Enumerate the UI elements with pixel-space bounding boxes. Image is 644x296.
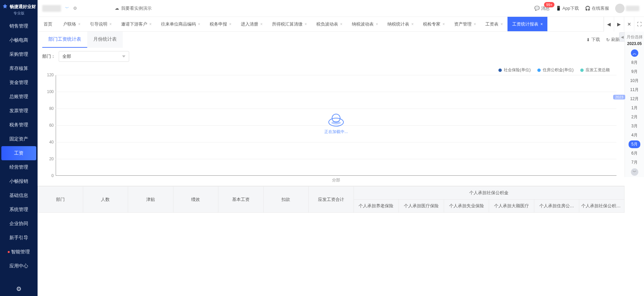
month-item[interactable]: 5月 [629, 140, 640, 148]
sidebar-item[interactable]: 应用中心 [0, 259, 38, 273]
legend-item[interactable]: 应发工资总额 [580, 67, 610, 73]
y-tick-label: 100 [42, 89, 54, 94]
sidebar-item[interactable]: 发票管理 [0, 104, 38, 118]
close-icon[interactable]: × [109, 22, 112, 27]
legend-item[interactable]: 住房公积金(单位) [537, 67, 574, 73]
close-icon[interactable]: × [376, 22, 378, 27]
close-icon[interactable]: × [149, 22, 152, 27]
tab[interactable]: 税检专家× [418, 17, 449, 31]
month-item[interactable]: 1月 [629, 104, 640, 112]
close-icon[interactable]: × [411, 22, 414, 27]
chevron-down-icon: ﹀ [65, 5, 69, 11]
sidebar-item[interactable]: 采购管理 [0, 47, 38, 61]
app-download-button[interactable]: 📱 App下载 [556, 5, 579, 11]
refresh-button[interactable]: ↻ 刷新 [606, 37, 620, 43]
date-scroll-down[interactable]: ︾ [631, 168, 638, 176]
user-menu[interactable] [615, 4, 639, 13]
month-item[interactable]: 3月 [629, 122, 640, 130]
tabs-close-all[interactable]: ✕ [624, 17, 634, 32]
table-subheader: 个人承担医疗保险 [399, 200, 444, 213]
notification-dot-icon [8, 251, 10, 253]
sidebar-item[interactable]: 库存核算 [0, 61, 38, 76]
close-icon[interactable]: × [474, 22, 476, 27]
date-scroll-up[interactable]: ︽ [631, 49, 638, 57]
cloud-icon: ☁ [115, 6, 119, 11]
tab-label: 进入清册 [241, 21, 258, 27]
sidebar-item[interactable]: 销售管理 [0, 19, 38, 33]
month-item[interactable]: 8月 [629, 59, 640, 67]
demo-link[interactable]: ☁ 我要看实例演示 [115, 5, 152, 11]
sidebar-item-label: 工资 [14, 150, 23, 156]
year-badge: 2023 [613, 95, 625, 99]
month-item[interactable]: 10月 [628, 77, 641, 85]
sidebar-item[interactable]: 经营管理 [0, 160, 38, 174]
message-icon: 💬 [534, 6, 540, 11]
tab[interactable]: 工资统计报表× [507, 17, 547, 31]
sidebar-item[interactable]: 基础信息 [0, 188, 38, 203]
sidebar-item[interactable]: 企业协同 [0, 217, 38, 231]
sidebar-item[interactable]: 资金管理 [0, 76, 38, 90]
month-item[interactable]: 7月 [629, 159, 640, 166]
dept-select[interactable]: 全部 [59, 51, 129, 62]
tabs-row: 首页户联络×引导说明×邀请下游客户×往来单位商品编码×税务申报×进入清册×所得税… [38, 17, 644, 32]
month-item[interactable]: 2月 [629, 113, 640, 121]
sidebar-item[interactable]: 小畅电商 [0, 33, 38, 47]
month-item[interactable]: 9月 [629, 68, 640, 76]
tab[interactable]: 进入清册× [236, 17, 267, 31]
tab[interactable]: 税务申报× [205, 17, 236, 31]
close-icon[interactable]: × [540, 22, 543, 27]
sidebar-settings[interactable]: ⚙ [0, 282, 38, 296]
tab[interactable]: 纳税统计表× [383, 17, 418, 31]
tab[interactable]: 邀请下游客户× [116, 17, 156, 31]
sidebar-item-label: 新手引导 [9, 235, 28, 240]
tab[interactable]: 税负波动表× [312, 17, 347, 31]
sidebar-item-label: 小畅报销 [9, 178, 28, 184]
close-icon[interactable]: × [78, 22, 80, 27]
date-panel-collapse[interactable]: ◀ [619, 32, 625, 42]
date-panel: 月份选择 2023.05 ︽ 8月9月10月11月12月1月2月3月4月5月6月… [625, 32, 644, 177]
month-item[interactable]: 12月 [628, 95, 641, 103]
loading-text: 正在加载中... [324, 129, 348, 135]
subtab[interactable]: 月份统计表 [87, 32, 123, 48]
org-selector[interactable]: ﹀ ⚙ [42, 5, 109, 12]
y-tick-label: 60 [42, 123, 54, 128]
download-label: 下载 [591, 37, 600, 43]
online-service-button[interactable]: 🎧 在线客服 [585, 5, 609, 11]
tab[interactable]: 工资表× [481, 17, 507, 31]
close-icon[interactable]: × [260, 22, 263, 27]
org-settings-icon[interactable]: ⚙ [73, 6, 77, 11]
sidebar-item[interactable]: 总账管理 [0, 90, 38, 104]
tab[interactable]: 户联络× [58, 17, 85, 31]
download-button[interactable]: ⬇ 下载 [586, 37, 600, 43]
fullscreen-button[interactable]: ⛶ [634, 17, 644, 32]
sidebar-item[interactable]: 系统管理 [0, 203, 38, 217]
subtab[interactable]: 部门工资统计表 [42, 32, 87, 48]
tab[interactable]: 引导说明× [85, 17, 116, 31]
tab[interactable]: 首页 [38, 17, 58, 31]
tab[interactable]: 所得税汇算清缴× [267, 17, 312, 31]
close-icon[interactable]: × [198, 22, 200, 27]
sidebar-item[interactable]: 固定资产 [0, 132, 38, 146]
sidebar-item[interactable]: 小畅报销 [0, 174, 38, 188]
tab[interactable]: 纳税波动表× [347, 17, 383, 31]
sidebar-item[interactable]: 智能管理 [0, 245, 38, 259]
sidebar-item[interactable]: 工资 [1, 146, 36, 160]
tabs-scroll-right[interactable]: ▶ [614, 17, 624, 32]
table-header: 津贴 [128, 186, 173, 213]
month-item[interactable]: 6月 [629, 150, 640, 157]
close-icon[interactable]: × [442, 22, 445, 27]
month-item[interactable]: 11月 [628, 86, 641, 94]
tab[interactable]: 资产管理× [449, 17, 481, 31]
close-icon[interactable]: × [305, 22, 307, 27]
messages-button[interactable]: 💬 消息 99+ [534, 5, 550, 11]
close-icon[interactable]: × [500, 22, 503, 27]
sidebar-item[interactable]: 税务管理 [0, 118, 38, 132]
phone-icon: 📱 [556, 6, 561, 11]
close-icon[interactable]: × [340, 22, 342, 27]
month-item[interactable]: 4月 [629, 131, 640, 139]
tabs-scroll-left[interactable]: ◀ [604, 17, 614, 32]
close-icon[interactable]: × [229, 22, 231, 27]
legend-item[interactable]: 社会保险(单位) [498, 67, 531, 73]
sidebar-item[interactable]: 新手引导 [0, 231, 38, 245]
tab[interactable]: 往来单位商品编码× [156, 17, 205, 31]
